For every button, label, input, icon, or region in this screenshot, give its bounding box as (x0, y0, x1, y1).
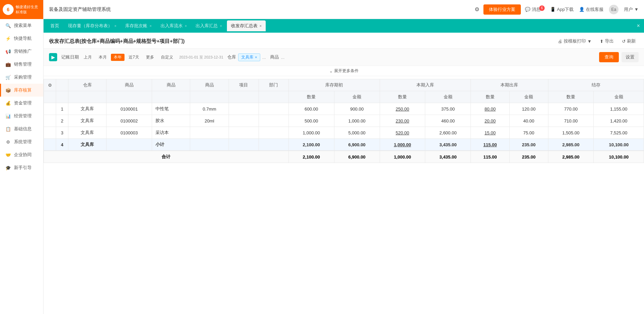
row-bal-qty: 770.00 (548, 103, 594, 115)
main-area: 装备及固定资产辅助管理系统 ⚙ 体验行业方案 💬 消息 6 📱 App下载 👤 … (44, 0, 644, 314)
sidebar-item-operations[interactable]: 📊 经营管理 (0, 110, 43, 122)
tab-close-batch[interactable]: × (149, 24, 151, 28)
row-in-qty[interactable]: 1,000.00 (380, 139, 425, 151)
row-settings[interactable] (44, 115, 56, 127)
refresh-button[interactable]: ↺ 刷新 (619, 37, 639, 46)
guide-icon: 🎓 (5, 165, 11, 171)
date-tab-current[interactable]: 本月 (96, 54, 110, 61)
app-download-button[interactable]: 📱 App下载 (550, 6, 574, 13)
row-goods-code: 0100003 (106, 127, 152, 139)
row-out-qty[interactable]: 15.00 (471, 127, 510, 139)
tab-home[interactable]: 首页 (46, 20, 63, 31)
tab-inventory-dist[interactable]: 现存量（库存分布表）× (64, 20, 120, 31)
date-tab-recent7[interactable]: 近7天 (126, 54, 142, 61)
sidebar: 6 畅捷通好生意 标准版 🔍 搜索菜单 ⚡ 快捷导航 📢 营销推广 💼 销售管理… (0, 0, 44, 314)
sidebar-item-search[interactable]: 🔍 搜索菜单 (0, 19, 43, 32)
warehouse-tag[interactable]: 文具库 × (238, 53, 260, 61)
sidebar-item-quick-nav[interactable]: ⚡ 快捷导航 (0, 32, 43, 45)
warehouse-more[interactable]: ... (262, 55, 266, 60)
sidebar-item-inventory[interactable]: 📦 库存核算 (0, 84, 43, 97)
row-in-qty[interactable]: 230.00 (380, 115, 425, 127)
row-out-qty[interactable]: 115.00 (471, 139, 510, 151)
row-goods-name: 小计 (152, 139, 190, 151)
row-seq: 4 (56, 139, 68, 151)
sidebar-item-purchase[interactable]: 🛒 采购管理 (0, 71, 43, 84)
goods-more[interactable]: ... (281, 55, 285, 60)
warehouse-tag-close[interactable]: × (255, 55, 257, 59)
row-in-qty[interactable]: 520.00 (380, 127, 425, 139)
tab-close-inventory-dist[interactable]: × (114, 24, 116, 28)
print-icon: 🖨 (558, 39, 562, 44)
tab-receivable-summary[interactable]: 收发存汇总表× (227, 20, 266, 31)
row-bal-qty: 710.00 (548, 115, 594, 127)
row-settings[interactable] (44, 103, 56, 115)
export-button[interactable]: ⬆ 导出 (597, 37, 616, 46)
col-in-qty: 数量 (380, 91, 425, 103)
user-menu-button[interactable]: 用户 ▼ (624, 6, 639, 13)
tab-inout-flow[interactable]: 出入库流水× (156, 20, 191, 31)
tab-close-inout-flow[interactable]: × (185, 24, 187, 28)
date-tab-custom[interactable]: 自定义 (158, 54, 176, 61)
sidebar-item-label: 快捷导航 (14, 35, 32, 42)
quick-nav-icon: ⚡ (5, 35, 11, 42)
tab-label: 库存批次账 (125, 23, 147, 29)
col-in-amt: 金额 (425, 91, 471, 103)
corp-icon: 🤝 (5, 152, 11, 158)
print-button[interactable]: 🖨 按模板打印 ▼ (555, 37, 594, 46)
col-start-qty: 数量 (288, 91, 334, 103)
date-tab-last[interactable]: 上月 (81, 54, 95, 61)
tab-inout-summary[interactable]: 出入库汇总× (192, 20, 226, 31)
row-start-amt: 5,000.00 (334, 127, 380, 139)
col-out-amt: 金额 (509, 91, 548, 103)
row-in-qty[interactable]: 250.00 (380, 103, 425, 115)
sidebar-item-label: 搜索菜单 (14, 22, 32, 29)
sidebar-item-guide[interactable]: 🎓 新手引导 (0, 161, 43, 174)
date-filter-group: 记账日期 上月本月本年近7天更多自定义 2023-01-01 至 2023-12… (61, 54, 223, 61)
row-settings[interactable] (44, 127, 56, 139)
expand-more-button[interactable]: ⌄ 展开更多条件 (329, 68, 359, 74)
tab-bar-close[interactable]: × (635, 21, 641, 30)
sidebar-item-label: 新手引导 (14, 165, 32, 171)
row-settings[interactable] (44, 139, 56, 151)
row-department (259, 103, 288, 115)
query-button[interactable]: 查询 (599, 52, 619, 62)
sidebar-item-basic[interactable]: 📋 基础信息 (0, 122, 43, 135)
filter-toggle-button[interactable]: ▶ (49, 53, 57, 61)
page-title: 收发存汇总表(按仓库+商品编码+商品+规格型号+项目+部门) (49, 38, 185, 45)
sidebar-item-sales[interactable]: 💼 销售管理 (0, 58, 43, 71)
sidebar-item-label: 系统管理 (14, 139, 32, 145)
message-button[interactable]: 💬 消息 6 (525, 6, 545, 13)
tab-close-receivable-summary[interactable]: × (260, 24, 262, 28)
settings-button[interactable]: 设置 (622, 52, 639, 62)
warehouse-label: 仓库 (227, 54, 236, 60)
online-service-button[interactable]: 👤 在线客服 (579, 6, 604, 13)
row-department (259, 139, 288, 151)
sidebar-nav: 🔍 搜索菜单 ⚡ 快捷导航 📢 营销推广 💼 销售管理 🛒 采购管理 📦 库存核… (0, 19, 43, 314)
date-tab-more[interactable]: 更多 (143, 54, 157, 61)
date-tab-year[interactable]: 本年 (111, 54, 125, 61)
row-department (259, 127, 288, 139)
col-seq-sub (56, 91, 68, 103)
message-icon: 💬 (525, 7, 530, 12)
trial-button[interactable]: 体验行业方案 (483, 4, 521, 15)
sidebar-item-corp[interactable]: 🤝 企业协同 (0, 148, 43, 161)
col-settings[interactable]: ⚙ (44, 79, 56, 91)
col-group-start: 库存期初 (288, 79, 380, 91)
date-tabs: 上月本月本年近7天更多自定义 (81, 54, 176, 61)
filter-area: ▶ 记账日期 上月本月本年近7天更多自定义 2023-01-01 至 2023-… (44, 49, 644, 66)
sidebar-item-system[interactable]: ⚙ 系统管理 (0, 135, 43, 148)
topbar: 装备及固定资产辅助管理系统 ⚙ 体验行业方案 💬 消息 6 📱 App下载 👤 … (44, 0, 644, 19)
row-start-amt: 6,900.00 (334, 139, 380, 151)
row-out-qty[interactable]: 80.00 (471, 103, 510, 115)
sidebar-item-finance[interactable]: 💰 资金管理 (0, 97, 43, 110)
data-table: ⚙ 仓库 商品 商品 商品 项目 部门 库存期初 本期入库 本期出库 结存 (44, 79, 644, 163)
refresh-icon: ↺ (622, 39, 626, 44)
col-goods-code: 商品 (106, 79, 152, 91)
sidebar-item-marketing[interactable]: 📢 营销推广 (0, 45, 43, 58)
settings-icon[interactable]: ⚙ (475, 6, 479, 13)
col-bal-qty: 数量 (548, 91, 594, 103)
tab-batch[interactable]: 库存批次账× (121, 20, 155, 31)
col-group-in: 本期入库 (380, 79, 471, 91)
row-out-qty[interactable]: 20.00 (471, 115, 510, 127)
tab-close-inout-summary[interactable]: × (220, 24, 222, 28)
